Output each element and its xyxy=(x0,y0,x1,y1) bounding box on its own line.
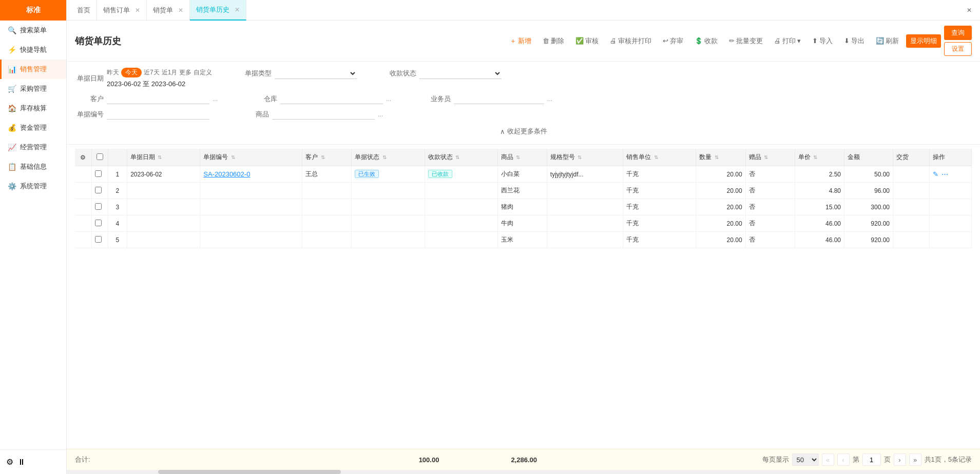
delete-button[interactable]: 🗑 删除 xyxy=(539,34,568,48)
th-doc-no[interactable]: 单据编号 ⇅ xyxy=(200,149,302,166)
filter-collect-status-select[interactable] xyxy=(419,68,502,79)
import-button[interactable]: ⬆ 导入 xyxy=(808,34,837,48)
refresh-button[interactable]: 🔄 刷新 xyxy=(872,34,903,48)
sidebar-item-purchase-mgmt[interactable]: 🛒 采购管理 xyxy=(0,79,66,98)
close-all-tabs[interactable]: ✕ xyxy=(963,5,976,16)
chart-icon: 📊 xyxy=(8,65,16,73)
td-check[interactable] xyxy=(91,166,108,183)
row-checkbox[interactable] xyxy=(95,236,102,243)
page-prev-btn[interactable]: ‹ xyxy=(837,453,850,466)
th-unit[interactable]: 销售单位 ⇅ xyxy=(623,149,696,166)
th-doc-status[interactable]: 单据状态 ⇅ xyxy=(352,149,425,166)
th-goods[interactable]: 商品 ⇅ xyxy=(497,149,547,166)
page-current-label: 第 xyxy=(853,455,859,464)
sort-icon: ⇅ xyxy=(231,154,235,160)
th-gift[interactable]: 赠品 ⇅ xyxy=(745,149,795,166)
filter-goods-input[interactable] xyxy=(272,109,375,120)
staff-ellipsis-btn[interactable]: ... xyxy=(547,95,552,103)
row-checkbox[interactable] xyxy=(95,203,102,210)
settings-icon[interactable]: ⚙ xyxy=(6,457,13,467)
customer-ellipsis-btn[interactable]: ... xyxy=(213,95,218,103)
export-button[interactable]: ⬇ 导出 xyxy=(840,34,869,48)
toolbar: ＋ 新增 🗑 删除 ✅ 审核 🖨 审核并打印 ↩ 弃审 xyxy=(506,26,972,56)
tab-sales-history[interactable]: 销货单历史 ✕ xyxy=(190,0,246,21)
collapse-icon: ∧ xyxy=(500,128,505,135)
sort-icon: ⇅ xyxy=(813,154,817,160)
shortcut-yesterday[interactable]: 昨天 xyxy=(107,68,119,77)
collapse-more-btn[interactable]: ∧ 收起更多条件 xyxy=(75,125,972,138)
row-checkbox[interactable] xyxy=(95,170,102,177)
shortcut-custom[interactable]: 自定义 xyxy=(194,68,212,77)
batch-change-button[interactable]: ✏ 批量变更 xyxy=(725,34,767,48)
select-all-checkbox[interactable] xyxy=(97,153,103,160)
td-doc-date xyxy=(127,215,200,232)
scrollbar-thumb[interactable] xyxy=(158,470,341,474)
th-doc-date[interactable]: 单据日期 ⇅ xyxy=(127,149,200,166)
filter-doc-no-input[interactable] xyxy=(107,109,209,120)
warehouse-ellipsis-btn[interactable]: ... xyxy=(386,95,391,103)
sidebar-item-operations-mgmt[interactable]: 📈 经营管理 xyxy=(0,137,66,157)
th-check[interactable] xyxy=(91,149,108,166)
th-qty[interactable]: 数量 ⇅ xyxy=(696,149,745,166)
page-last-btn[interactable]: » xyxy=(909,453,921,466)
add-button[interactable]: ＋ 新增 xyxy=(506,34,535,48)
table-row: 4 牛肉 千克 20.00 否 46.00 920.00 xyxy=(75,215,972,232)
abandon-button[interactable]: ↩ 弃审 xyxy=(659,34,687,48)
td-check[interactable] xyxy=(91,183,108,199)
tab-sales-order[interactable]: 销售订单 ✕ xyxy=(97,0,147,21)
setting-button[interactable]: 设置 xyxy=(944,42,972,56)
tab-sales-order-close[interactable]: ✕ xyxy=(135,7,140,14)
sidebar-item-system-mgmt[interactable]: ⚙️ 系统管理 xyxy=(0,176,66,196)
filter-staff-input[interactable] xyxy=(454,94,544,104)
th-customer[interactable]: 客户 ⇅ xyxy=(302,149,352,166)
th-spec[interactable]: 规格型号 ⇅ xyxy=(547,149,623,166)
td-check[interactable] xyxy=(91,215,108,232)
page-first-btn[interactable]: « xyxy=(822,453,834,466)
filter-warehouse-input[interactable] xyxy=(280,94,383,104)
filter-doc-type-select[interactable] xyxy=(275,68,357,79)
page-next-btn[interactable]: › xyxy=(894,453,906,466)
shortcut-1month[interactable]: 近1月 xyxy=(162,68,178,77)
th-collect-status[interactable]: 收款状态 ⇅ xyxy=(425,149,497,166)
td-unit-price: 46.00 xyxy=(795,232,844,248)
td-doc-status xyxy=(352,215,425,232)
horizontal-scrollbar[interactable] xyxy=(67,470,980,474)
td-spec xyxy=(547,215,623,232)
query-button[interactable]: 查询 xyxy=(944,26,972,40)
print-button[interactable]: 🖨 打印 ▾ xyxy=(770,34,805,48)
page-current-input[interactable] xyxy=(862,453,881,466)
th-unit-price[interactable]: 单价 ⇅ xyxy=(795,149,844,166)
review-button[interactable]: ✅ 审核 xyxy=(571,34,603,48)
filter-warehouse: 仓库 ... xyxy=(248,94,391,104)
collect-button[interactable]: 💲 收款 xyxy=(690,34,722,48)
more-icon[interactable]: ⋯ xyxy=(941,170,948,178)
sidebar-item-finance-mgmt[interactable]: 💰 资金管理 xyxy=(0,118,66,137)
row-checkbox[interactable] xyxy=(95,220,102,226)
td-check[interactable] xyxy=(91,199,108,215)
sidebar-item-inventory[interactable]: 🏠 库存核算 xyxy=(0,98,66,118)
row-checkbox[interactable] xyxy=(95,187,102,193)
shortcut-7days[interactable]: 近7天 xyxy=(144,68,160,77)
edit-icon[interactable]: ✎ xyxy=(933,170,938,178)
td-transaction xyxy=(893,166,930,183)
display-detail-button[interactable]: 显示明细 xyxy=(906,34,941,48)
filter-customer-input[interactable] xyxy=(107,94,209,104)
page-size-select[interactable]: 50 100 xyxy=(792,453,819,466)
shortcut-today[interactable]: 今天 xyxy=(121,68,142,77)
sidebar-item-quick-nav[interactable]: ⚡ 快捷导航 xyxy=(0,40,66,60)
sidebar-item-search-menu[interactable]: 🔍 搜索菜单 xyxy=(0,21,66,40)
tab-sales-history-close[interactable]: ✕ xyxy=(235,6,240,13)
sidebar-item-basic-info[interactable]: 📋 基础信息 xyxy=(0,157,66,176)
pause-icon[interactable]: ⏸ xyxy=(17,458,26,467)
td-check[interactable] xyxy=(91,232,108,248)
tab-sales-goods-close[interactable]: ✕ xyxy=(178,7,183,14)
shortcut-more[interactable]: 更多 xyxy=(179,68,191,77)
review-print-button[interactable]: 🖨 审核并打印 xyxy=(606,34,656,48)
sidebar-item-sales-mgmt[interactable]: 📊 销售管理 xyxy=(0,60,66,79)
th-gear[interactable]: ⚙ xyxy=(75,149,91,166)
goods-ellipsis-btn[interactable]: ... xyxy=(378,111,383,118)
tab-home[interactable]: 首页 xyxy=(71,0,97,21)
sidebar-item-label: 系统管理 xyxy=(20,182,47,191)
doc-no-link[interactable]: SA-20230602-0 xyxy=(203,170,250,178)
tab-sales-goods[interactable]: 销货单 ✕ xyxy=(147,0,190,21)
